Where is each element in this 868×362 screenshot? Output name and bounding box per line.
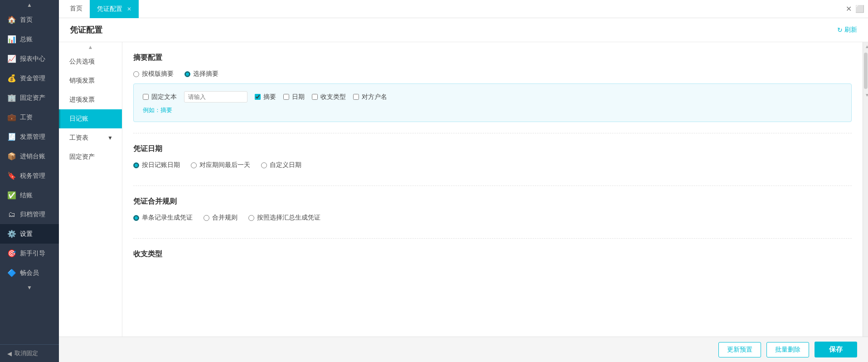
refresh-button[interactable]: ↻ 刷新 [837, 26, 857, 34]
bottom-action-bar: 更新预置 批量删除 保存 [59, 337, 868, 362]
custom-date-radio[interactable] [261, 162, 267, 168]
journal-date-option[interactable]: 按日记账日期 [133, 161, 180, 169]
merge-rule-group: 单条记录生成凭证 合并规则 按照选择汇总生成凭证 [133, 214, 852, 222]
sidebar-item-fund[interactable]: 💰 资金管理 [0, 68, 59, 88]
income-type-checkbox[interactable] [312, 94, 318, 100]
counterparty-option[interactable]: 对方户名 [353, 93, 387, 101]
abstract-select-radio[interactable] [184, 71, 190, 77]
sidebar-item-assets[interactable]: 🏢 固定资产 [0, 88, 59, 108]
abstract-example: 例如：摘要 [143, 106, 842, 114]
abstract-config-box: 固定文本 摘要 日期 [133, 83, 852, 122]
income-type-title: 收支类型 [133, 249, 852, 259]
tab-close-icon[interactable]: ✕ [127, 6, 131, 12]
period-last-option[interactable]: 对应期间最后一天 [191, 161, 250, 169]
sidebar-unpin-button[interactable]: ◀ 取消固定 [0, 344, 59, 362]
income-type-section: 收支类型 [133, 249, 852, 277]
sidebar-item-payroll[interactable]: 💼 工资 [0, 108, 59, 127]
tabbar-actions: ✕ ⬜ [846, 5, 864, 13]
abstract-checkbox[interactable] [255, 94, 261, 100]
home-icon: 🏠 [7, 15, 16, 24]
select-merge-option[interactable]: 按照选择汇总生成凭证 [248, 214, 320, 222]
page-title: 凭证配置 [70, 24, 102, 35]
journal-date-radio[interactable] [133, 162, 139, 168]
left-nav: ▲ 公共选项 销项发票 进项发票 日记账 工资表 ▼ 固定资产 [59, 42, 122, 337]
tab-voucher-config[interactable]: 凭证配置 ✕ [90, 0, 139, 18]
assets-icon: 🏢 [7, 93, 16, 102]
sidebar-scroll-down[interactable]: ▼ [0, 283, 59, 293]
sidebar-item-settle[interactable]: ✅ 结账 [0, 186, 59, 205]
abstract-title: 摘要配置 [133, 53, 852, 63]
right-content: 摘要配置 按模版摘要 选择摘要 [122, 42, 863, 337]
tab-home[interactable]: 首页 [63, 0, 90, 18]
scroll-down-arrow[interactable]: ▼ [863, 91, 868, 99]
custom-date-option[interactable]: 自定义日期 [261, 161, 301, 169]
date-checkbox[interactable] [283, 94, 289, 100]
main-area: 首页 凭证配置 ✕ ✕ ⬜ 凭证配置 ↻ 刷新 ▲ 公共选项 [59, 0, 868, 362]
merge-rule-section: 凭证合并规则 单条记录生成凭证 合并规则 按照选择汇总生成凭证 [133, 197, 852, 239]
ledger-icon: 📊 [7, 35, 16, 44]
left-nav-scroll-up[interactable]: ▲ [59, 42, 122, 52]
page-header: 凭证配置 ↻ 刷新 [59, 18, 868, 42]
payroll-icon: 💼 [7, 113, 16, 122]
pin-icon: ◀ [7, 350, 12, 357]
left-nav-purchase-invoice[interactable]: 进项发票 [59, 90, 122, 109]
sidebar-item-inventory[interactable]: 📦 进销台账 [0, 147, 59, 166]
update-preview-button[interactable]: 更新预置 [718, 342, 761, 357]
fixed-text-checkbox[interactable] [143, 94, 149, 100]
window-close-button[interactable]: ✕ [846, 5, 852, 13]
scroll-up-arrow[interactable]: ▲ [863, 42, 868, 51]
abstract-template-radio[interactable] [133, 71, 139, 77]
left-nav-journal[interactable]: 日记账 [59, 109, 122, 128]
period-last-radio[interactable] [191, 162, 197, 168]
voucher-date-section: 凭证日期 按日记账日期 对应期间最后一天 自定义日期 [133, 144, 852, 186]
sidebar-item-ledger[interactable]: 📊 总账 [0, 29, 59, 49]
page-content: 凭证配置 ↻ 刷新 ▲ 公共选项 销项发票 进项发票 日 [59, 18, 868, 362]
guide-icon: 🎯 [7, 249, 16, 258]
sidebar-item-settings[interactable]: ⚙️ 设置 [0, 224, 59, 244]
archive-icon: 🗂 [7, 210, 16, 219]
settings-icon: ⚙️ [7, 230, 16, 238]
inventory-icon: 📦 [7, 152, 16, 161]
sidebar-scroll-up[interactable]: ▲ [0, 0, 59, 10]
abstract-select-option[interactable]: 选择摘要 [184, 70, 218, 78]
merge-option[interactable]: 合并规则 [204, 214, 238, 222]
vip-icon: 🔷 [7, 269, 16, 277]
fixed-text-option[interactable]: 固定文本 [143, 93, 177, 101]
abstract-template-option[interactable]: 按模版摘要 [133, 70, 174, 78]
left-nav-payroll-table[interactable]: 工资表 ▼ [59, 128, 122, 147]
scroll-thumb[interactable] [864, 53, 868, 89]
window-maximize-button[interactable]: ⬜ [855, 5, 864, 13]
sidebar-item-guide[interactable]: 🎯 新手引导 [0, 244, 59, 263]
right-scrollbar: ▲ ▼ [863, 42, 868, 337]
income-type-option[interactable]: 收支类型 [312, 93, 346, 101]
sidebar-item-invoice[interactable]: 🧾 发票管理 [0, 127, 59, 147]
single-radio[interactable] [133, 215, 139, 221]
counterparty-checkbox[interactable] [353, 94, 359, 100]
single-option[interactable]: 单条记录生成凭证 [133, 214, 193, 222]
abstract-mode-group: 按模版摘要 选择摘要 [133, 70, 852, 78]
left-nav-public[interactable]: 公共选项 [59, 52, 122, 71]
fixed-text-input[interactable] [184, 91, 247, 103]
report-icon: 📈 [7, 54, 16, 63]
settle-icon: ✅ [7, 191, 16, 200]
date-field-option[interactable]: 日期 [283, 93, 305, 101]
left-nav-fixed-assets[interactable]: 固定资产 [59, 147, 122, 166]
tax-icon: 🔖 [7, 171, 16, 180]
sidebar-item-vip[interactable]: 🔷 畅会员 [0, 263, 59, 283]
abstract-field-option[interactable]: 摘要 [255, 93, 276, 101]
sidebar-item-archive[interactable]: 🗂 归档管理 [0, 205, 59, 224]
merge-radio[interactable] [204, 215, 209, 221]
sidebar-item-home[interactable]: 🏠 首页 [0, 10, 59, 29]
fund-icon: 💰 [7, 74, 16, 83]
save-button[interactable]: 保存 [815, 342, 857, 357]
sidebar-item-tax[interactable]: 🔖 税务管理 [0, 166, 59, 186]
sidebar: ▲ 🏠 首页 📊 总账 📈 报表中心 💰 资金管理 🏢 固定资产 💼 工资 🧾 … [0, 0, 59, 362]
left-nav-sales-invoice[interactable]: 销项发票 [59, 71, 122, 90]
voucher-date-group: 按日记账日期 对应期间最后一天 自定义日期 [133, 161, 852, 169]
tab-bar: 首页 凭证配置 ✕ ✕ ⬜ [59, 0, 868, 18]
batch-delete-button[interactable]: 批量删除 [766, 342, 809, 357]
sidebar-item-report[interactable]: 📈 报表中心 [0, 49, 59, 68]
page-body: ▲ 公共选项 销项发票 进项发票 日记账 工资表 ▼ 固定资产 [59, 42, 868, 337]
select-merge-radio[interactable] [248, 215, 254, 221]
abstract-section: 摘要配置 按模版摘要 选择摘要 [133, 53, 852, 133]
